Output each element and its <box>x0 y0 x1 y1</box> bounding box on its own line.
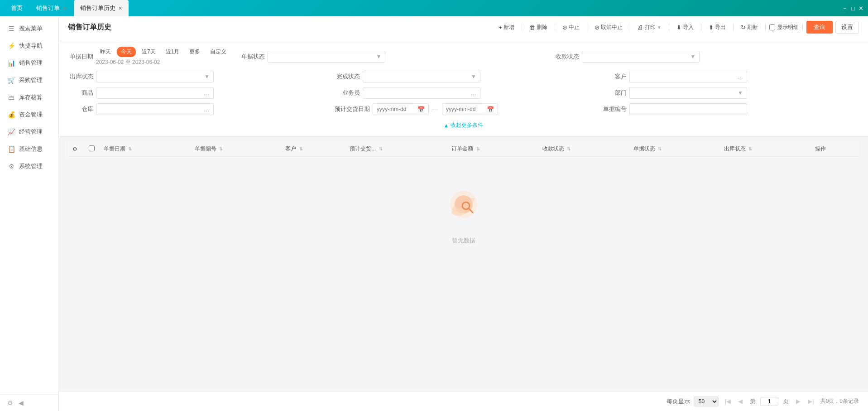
sidebar-collapse-icon[interactable]: ◀ <box>19 399 24 406</box>
doc-status-select[interactable]: ▼ <box>268 51 385 63</box>
sep8 <box>765 24 766 31</box>
fund-mgmt-icon: 💰 <box>7 111 15 119</box>
print-button[interactable]: 🖨 打印 ▼ <box>634 22 665 33</box>
outbound-status-select[interactable]: ▼ <box>96 71 214 82</box>
display-toggle-checkbox[interactable] <box>769 24 775 30</box>
sidebar-item-inventory-calc[interactable]: 🗃 库存核算 <box>0 89 58 106</box>
date-btn-today[interactable]: 今天 <box>117 47 136 57</box>
window-close-btn[interactable]: ✕ <box>858 5 863 12</box>
tab-home[interactable]: 首页 <box>5 0 29 16</box>
purchase-mgmt-icon: 🛒 <box>7 76 15 84</box>
warehouse-input[interactable] <box>100 106 203 112</box>
doc-number-input[interactable] <box>633 106 743 112</box>
operations-mgmt-icon: 📈 <box>7 128 15 136</box>
tab-sales-order[interactable]: 销售订单 ✕ <box>30 0 73 16</box>
page-size-select[interactable]: 50 20 100 <box>694 396 719 406</box>
th-doc-status-sort[interactable]: ⇅ <box>658 146 662 151</box>
salesperson-label: 业务员 <box>335 89 360 97</box>
sidebar-item-fund-mgmt[interactable]: 💰 资金管理 <box>0 106 58 123</box>
complete-status-label: 完成状态 <box>335 73 360 81</box>
display-toggle[interactable]: 显示明细 <box>769 24 799 31</box>
complete-status-select[interactable]: ▼ <box>363 71 480 82</box>
first-page-btn[interactable]: |◀ <box>722 397 734 406</box>
tab-sales-order-history[interactable]: 销售订单历史 ✕ <box>74 0 129 16</box>
delete-button[interactable]: 🗑 删除 <box>526 22 551 33</box>
collapse-row[interactable]: ▲ 收起更多条件 <box>68 120 859 131</box>
th-delivery-date-sort[interactable]: ⇅ <box>379 146 383 151</box>
sidebar-item-quick-nav[interactable]: ⚡ 快捷导航 <box>0 37 58 54</box>
sales-order-tab-close[interactable]: ✕ <box>62 5 67 11</box>
prev-page-btn[interactable]: ◀ <box>735 397 745 406</box>
sidebar-item-basic-info[interactable]: 📋 基础信息 <box>0 140 58 158</box>
date-btn-custom[interactable]: 自定义 <box>206 47 230 57</box>
product-input[interactable] <box>100 90 203 96</box>
delivery-date-label: 预计交货日期 <box>335 105 370 113</box>
maximize-btn[interactable]: □ <box>851 5 855 12</box>
footer-pagination: 每页显示 50 20 100 |◀ ◀ 第 页 ▶ ▶| 共0页，0条记录 <box>59 391 868 411</box>
outbound-status-label: 出库状态 <box>68 73 93 81</box>
filter-customer: 客户 … <box>601 71 859 82</box>
sidebar-item-search-menu[interactable]: ☰ 搜索菜单 <box>0 20 58 37</box>
warehouse-ellipsis-btn[interactable]: … <box>204 106 210 113</box>
th-doc-date-sort[interactable]: ⇅ <box>128 146 132 151</box>
th-outbound-status-sort[interactable]: ⇅ <box>748 146 752 151</box>
date-btn-7days[interactable]: 近7天 <box>138 47 160 57</box>
th-doc-status-label: 单据状态 <box>633 145 655 152</box>
refresh-button[interactable]: ↻ 刷新 <box>737 22 762 33</box>
salesperson-ellipsis-btn[interactable]: … <box>470 90 476 97</box>
th-order-amount: 订单金额 ⇅ <box>447 141 538 157</box>
th-customer-sort[interactable]: ⇅ <box>299 146 303 151</box>
svg-point-6 <box>471 198 475 202</box>
department-select[interactable]: ▼ <box>629 87 747 99</box>
filter-doc-number: 单据编号 <box>601 103 859 115</box>
payment-status-select[interactable]: ▼ <box>582 51 700 63</box>
delivery-date-end-input[interactable] <box>446 106 487 112</box>
setting-button[interactable]: 设置 <box>835 21 859 34</box>
sidebar-item-operations-mgmt[interactable]: 📈 经营管理 <box>0 123 58 140</box>
filter-row-4: 仓库 … 预计交货日期 📅 — <box>68 103 859 115</box>
filter-warehouse: 仓库 … <box>68 103 326 115</box>
search-menu-icon: ☰ <box>7 24 15 33</box>
minimize-btn[interactable]: － <box>842 4 848 12</box>
sidebar-settings-icon[interactable]: ⚙ <box>7 399 13 406</box>
sidebar-item-system-mgmt[interactable]: ⚙ 系统管理 <box>0 158 58 175</box>
delivery-date-start-input[interactable] <box>377 106 417 112</box>
next-page-btn[interactable]: ▶ <box>793 397 803 406</box>
stop-button[interactable]: ⊘ 中止 <box>559 22 583 33</box>
customer-input[interactable] <box>633 73 736 80</box>
delivery-date-start-calendar-icon[interactable]: 📅 <box>417 106 425 113</box>
date-btn-1month[interactable]: 近1月 <box>162 47 184 57</box>
page-unit: 页 <box>780 396 791 406</box>
customer-ellipsis-btn[interactable]: … <box>737 73 743 80</box>
th-order-amount-sort[interactable]: ⇅ <box>476 146 480 151</box>
import-button[interactable]: ⬇ 导入 <box>673 22 697 33</box>
new-button[interactable]: + 新增 <box>495 22 518 33</box>
page-number-input[interactable] <box>760 397 778 406</box>
sidebar-item-purchase-mgmt[interactable]: 🛒 采购管理 <box>0 72 58 89</box>
sales-mgmt-icon: 📊 <box>7 59 15 67</box>
home-tab-label: 首页 <box>11 4 23 12</box>
collapse-label: 收起更多条件 <box>451 121 483 129</box>
product-ellipsis-btn[interactable]: … <box>204 90 210 97</box>
th-doc-number-sort[interactable]: ⇅ <box>219 146 223 151</box>
filter-outbound-status: 出库状态 ▼ <box>68 71 326 82</box>
th-payment-status-label: 收款状态 <box>542 145 564 152</box>
date-btn-more[interactable]: 更多 <box>185 47 204 57</box>
export-button[interactable]: ⬆ 导出 <box>705 22 729 33</box>
table-select-all[interactable] <box>89 145 95 151</box>
basic-info-label: 基础信息 <box>19 145 43 153</box>
page-title: 销售订单历史 <box>68 23 111 32</box>
date-btn-yesterday[interactable]: 昨天 <box>96 47 115 57</box>
table-gear-header[interactable]: ⚙ <box>68 141 84 157</box>
sales-order-history-tab-close[interactable]: ✕ <box>118 5 122 11</box>
th-payment-status-sort[interactable]: ⇅ <box>567 146 571 151</box>
filter-payment-status: 收款状态 ▼ <box>554 51 859 63</box>
search-menu-label: 搜索菜单 <box>19 24 43 33</box>
query-button[interactable]: 查询 <box>806 21 833 34</box>
delivery-date-end-calendar-icon[interactable]: 📅 <box>487 106 494 113</box>
cancel-stop-button[interactable]: ⊘ 取消中止 <box>591 22 626 33</box>
th-doc-number-label: 单据编号 <box>195 145 216 152</box>
sidebar-item-sales-mgmt[interactable]: 📊 销售管理 <box>0 54 58 72</box>
last-page-btn[interactable]: ▶| <box>805 397 816 406</box>
salesperson-input[interactable] <box>367 90 470 96</box>
